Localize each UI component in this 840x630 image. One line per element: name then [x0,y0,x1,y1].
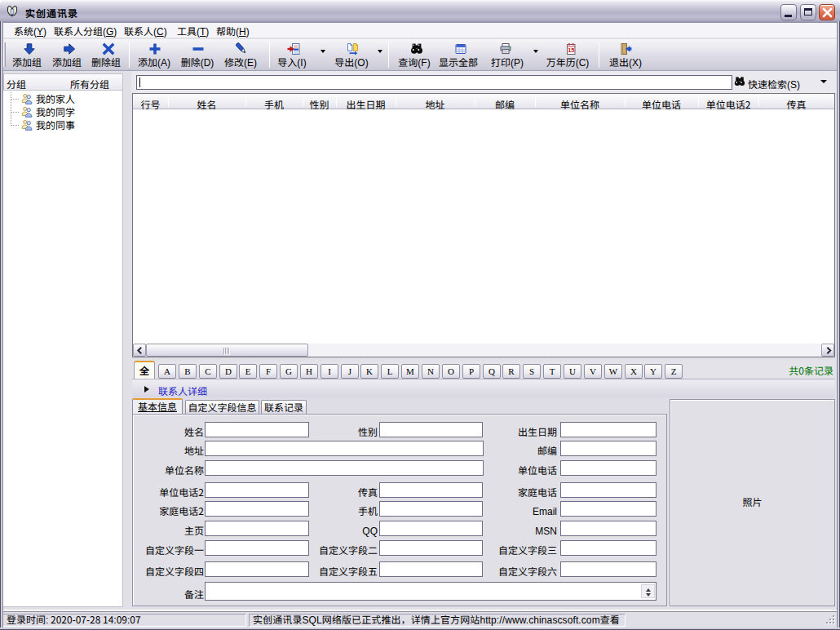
svg-text:15: 15 [568,47,574,54]
